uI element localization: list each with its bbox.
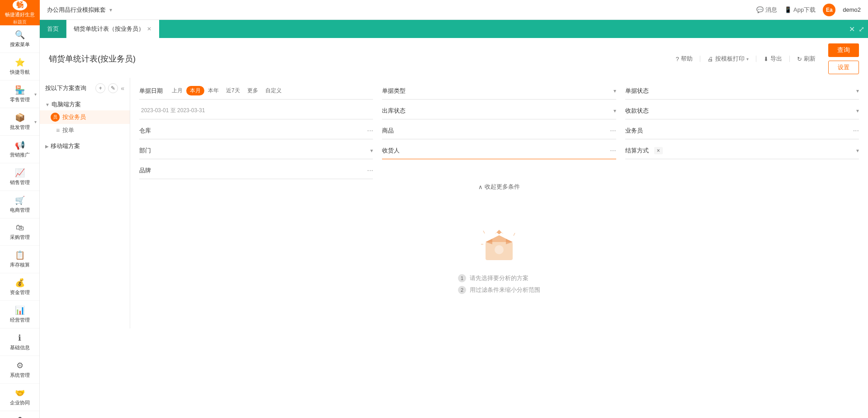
- tab-close-icon[interactable]: ✕: [147, 26, 151, 32]
- wholesale-arrow: ▾: [34, 119, 37, 124]
- help-icon: ?: [676, 56, 679, 62]
- out-status-label: 出库状态: [382, 107, 407, 115]
- export-button[interactable]: ⬇ 导出: [764, 55, 782, 63]
- divider-2: [756, 56, 756, 62]
- top-header: 办公用品行业模拟账套 ▾ 💬 消息 📱 App下载 Ea demo2: [40, 0, 868, 20]
- sidebar-item-finance[interactable]: 💰 资金管理: [0, 273, 39, 301]
- sidebar-item-quick-nav[interactable]: ⭐ 快捷导航: [0, 53, 39, 81]
- query-button[interactable]: 查询: [828, 43, 859, 57]
- export-label: 导出: [770, 55, 782, 63]
- settlement-tag: ×: [654, 147, 663, 154]
- sidebar-item-purchase[interactable]: 🛍 采购管理: [0, 218, 39, 246]
- sidebar-item-sales[interactable]: 📈 销售管理: [0, 163, 39, 191]
- plan-group-pc-header[interactable]: ▼ 电脑端方案: [40, 99, 130, 110]
- sidebar-label-enterprise: 企业协同: [10, 399, 30, 406]
- app-download-button[interactable]: 📱 App下载: [784, 6, 816, 14]
- collapse-row[interactable]: ∧ 收起更多条件: [139, 179, 859, 195]
- goods-dots[interactable]: ···: [610, 127, 616, 135]
- main-area: 办公用品行业模拟账套 ▾ 💬 消息 📱 App下载 Ea demo2 首页 销货…: [40, 0, 868, 418]
- sidebar-item-retail[interactable]: 🏪 零售管理 ▾: [0, 81, 39, 108]
- svg-point-4: [495, 245, 504, 254]
- sidebar-label-marketing: 营销推广: [10, 152, 30, 158]
- add-plan-button[interactable]: +: [95, 83, 105, 93]
- divider-3: [789, 56, 790, 62]
- page-title: 销货单统计表(按业务员): [49, 53, 136, 64]
- filter-date-range: 2023-03-01 至 2023-03-31: [139, 105, 373, 119]
- this-year-btn[interactable]: 本年: [204, 86, 222, 95]
- sidebar-item-ops[interactable]: 📊 经营管理: [0, 301, 39, 328]
- brand-dots[interactable]: ···: [367, 166, 373, 175]
- message-button[interactable]: 💬 消息: [756, 6, 777, 14]
- edit-plan-button[interactable]: ✎: [108, 83, 118, 93]
- plan-item-salesperson[interactable]: 员 按业务员: [40, 110, 130, 124]
- custom-btn[interactable]: 自定义: [262, 86, 285, 95]
- user-avatar[interactable]: Ea: [823, 4, 835, 16]
- sidebar-item-system[interactable]: ⚙ 系统管理: [0, 356, 39, 384]
- tab-home[interactable]: 首页: [40, 20, 66, 38]
- warehouse-dots[interactable]: ···: [367, 127, 373, 135]
- user-name[interactable]: demo2: [843, 6, 861, 13]
- help-button[interactable]: ? 帮助: [676, 55, 693, 63]
- doc-status-dropdown[interactable]: ▾: [856, 88, 859, 94]
- download-icon: 📱: [784, 6, 792, 13]
- out-status-dropdown[interactable]: ▾: [613, 108, 616, 114]
- filter-goods: 商品 ···: [382, 125, 616, 139]
- ecommerce-icon: 🛒: [15, 195, 25, 205]
- sidebar-label-wholesale: 批发管理: [10, 124, 30, 131]
- tab-close-btn[interactable]: ✕: [849, 25, 855, 33]
- plan-item-order[interactable]: ≡ 按单: [40, 124, 130, 137]
- sidebar-item-wholesale[interactable]: 📦 批发管理 ▾: [0, 108, 39, 136]
- sidebar-item-ecommerce[interactable]: 🛒 电商管理: [0, 191, 39, 218]
- salesperson-plan-label: 按业务员: [62, 113, 86, 121]
- consignee-dots[interactable]: ···: [610, 147, 616, 155]
- collapse-panel-button[interactable]: «: [121, 85, 124, 92]
- filter-out-status: 出库状态 ▾: [382, 105, 616, 119]
- sidebar-logo[interactable]: 畅 畅捷通好生意 标题页: [0, 0, 40, 25]
- breadcrumb-dropdown[interactable]: ▾: [109, 7, 112, 13]
- more-btn[interactable]: 更多: [244, 86, 262, 95]
- settlement-tag-close[interactable]: ×: [657, 147, 660, 154]
- doc-type-dropdown[interactable]: ▾: [613, 88, 616, 94]
- last-month-btn[interactable]: 上月: [168, 86, 186, 95]
- message-icon: 💬: [756, 6, 764, 13]
- refresh-button[interactable]: ↻ 刷新: [797, 55, 816, 63]
- sidebar-item-search[interactable]: 🔍 搜索菜单: [0, 25, 39, 53]
- dept-dropdown[interactable]: ▾: [370, 147, 373, 154]
- print-dropdown-icon[interactable]: ▾: [746, 57, 749, 62]
- svg-line-7: [514, 233, 515, 236]
- setting-button[interactable]: 设置: [828, 61, 859, 74]
- app-subtitle: 标题页: [13, 19, 27, 25]
- search-icon: 🔍: [15, 30, 25, 40]
- plan-group-pc: ▼ 电脑端方案 员 按业务员 ≡ 按单: [40, 97, 130, 138]
- sidebar-item-marketing[interactable]: 📢 营销推广: [0, 136, 39, 163]
- tab-expand-btn[interactable]: ⤢: [859, 25, 864, 33]
- print-button[interactable]: 🖨 按模板打印 ▾: [708, 55, 749, 63]
- empty-illustration: [476, 222, 522, 267]
- tab-sales-stat[interactable]: 销货单统计表（按业务员） ✕: [66, 20, 159, 38]
- sidebar-label-quick-nav: 快捷导航: [10, 69, 30, 76]
- sidebar-item-inventory[interactable]: 📋 库存核算: [0, 246, 39, 273]
- print-label: 按模板打印: [715, 55, 745, 63]
- inventory-icon: 📋: [15, 250, 25, 260]
- sidebar-item-base[interactable]: ℹ 基础信息: [0, 328, 39, 356]
- salesperson-dots[interactable]: ···: [853, 127, 859, 135]
- doc-type-label: 单据类型: [382, 87, 407, 95]
- left-panel-actions: + ✎ «: [95, 83, 124, 93]
- marketing-icon: 📢: [15, 140, 25, 150]
- app-download-label: App下载: [793, 6, 816, 14]
- sidebar-item-enterprise[interactable]: 🤝 企业协同: [0, 384, 39, 411]
- consignee-label: 收货人: [382, 147, 407, 155]
- divider-1: [700, 56, 700, 62]
- this-month-btn[interactable]: 本月: [186, 86, 204, 95]
- system-icon: ⚙: [16, 361, 24, 370]
- filter-doc-type: 单据类型 ▾: [382, 85, 616, 100]
- help-label: 帮助: [681, 55, 693, 63]
- settlement-dropdown[interactable]: ▾: [856, 147, 859, 154]
- receipt-status-dropdown[interactable]: ▾: [856, 108, 859, 114]
- sidebar-item-newbie[interactable]: 🎓 新手引导: [0, 411, 39, 418]
- pc-group-arrow: ▼: [45, 102, 50, 107]
- right-panel: 单据日期 上月 本月 本年 近7天 更多 自定义: [130, 78, 868, 328]
- plan-group-mobile-header[interactable]: ▶ 移动端方案: [40, 140, 130, 152]
- last7days-btn[interactable]: 近7天: [222, 86, 244, 95]
- order-plan-icon: ≡: [56, 127, 60, 134]
